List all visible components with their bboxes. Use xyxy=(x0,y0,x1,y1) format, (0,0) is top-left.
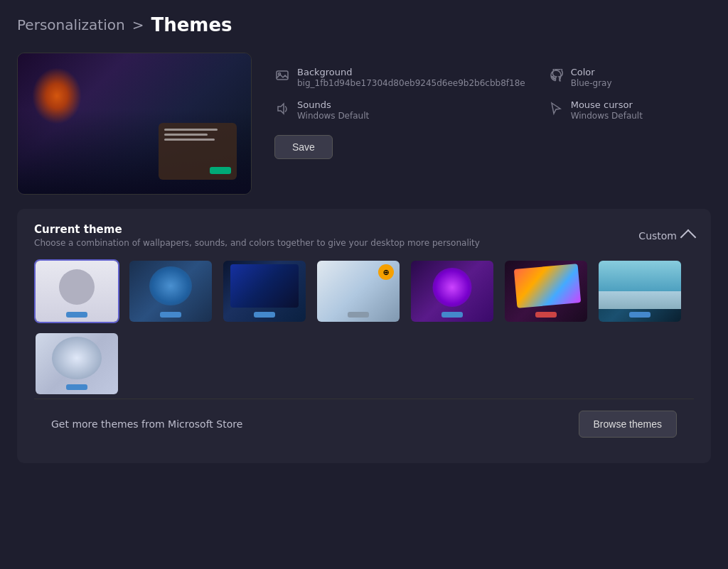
save-button[interactable]: Save xyxy=(274,135,333,159)
breadcrumb-personalization[interactable]: Personalization xyxy=(17,16,125,33)
background-info[interactable]: Background big_1fb1d94be17304d80eb9245d6… xyxy=(274,67,525,88)
info-grid: Background big_1fb1d94be17304d80eb9245d6… xyxy=(274,67,711,121)
color-icon xyxy=(548,68,564,84)
theme-nature-inner: ⊕ xyxy=(317,261,400,322)
mouse-cursor-label: Mouse cursor xyxy=(571,99,643,110)
theme-colorful-decor xyxy=(514,264,581,308)
theme-card-white[interactable] xyxy=(34,259,119,323)
theme-swirl-badge xyxy=(66,384,87,390)
svg-rect-0 xyxy=(277,71,288,80)
breadcrumb-themes: Themes xyxy=(151,14,232,36)
theme-ocean-badge xyxy=(629,312,651,318)
theme-white-decor xyxy=(59,269,95,305)
color-text: Color Blue-gray xyxy=(571,67,612,88)
bottom-bar: Get more themes from Microsoft Store Bro… xyxy=(34,399,694,449)
color-info[interactable]: Color Blue-gray xyxy=(548,67,711,88)
theme-dark-blue-decor xyxy=(230,264,299,308)
theme-ocean-inner xyxy=(599,261,681,322)
theme-blue-flowers-badge xyxy=(160,312,181,318)
background-text: Background big_1fb1d94be17304d80eb9245d6… xyxy=(297,67,525,88)
preview-window xyxy=(159,123,237,180)
preview-line-3 xyxy=(164,139,215,141)
theme-swirl-decor xyxy=(52,337,102,379)
theme-blue-flowers-inner xyxy=(129,261,212,322)
theme-purple-inner xyxy=(411,261,493,322)
breadcrumb: Personalization > Themes xyxy=(17,14,711,36)
background-value: big_1fb1d94be17304d80eb9245d6ee9b2b6cbb8… xyxy=(297,78,525,88)
background-icon xyxy=(274,68,290,84)
current-theme-description: Choose a combination of wallpapers, soun… xyxy=(34,238,480,248)
top-section: Background big_1fb1d94be17304d80eb9245d6… xyxy=(17,53,711,195)
theme-dark-colorful-inner xyxy=(505,261,587,322)
preview-window-button xyxy=(210,167,231,174)
browse-themes-button[interactable]: Browse themes xyxy=(579,411,677,438)
theme-card-blue-flowers[interactable] xyxy=(128,259,213,323)
color-label: Color xyxy=(571,67,612,77)
sounds-value: Windows Default xyxy=(297,111,369,121)
theme-blue-flowers-decor xyxy=(149,266,192,305)
svg-marker-2 xyxy=(278,104,284,114)
theme-card-dark-colorful[interactable] xyxy=(503,259,589,323)
theme-card-ocean[interactable] xyxy=(597,259,682,323)
preview-line-1 xyxy=(164,129,218,131)
current-theme-value[interactable]: Custom xyxy=(638,229,694,243)
theme-card-swirl[interactable] xyxy=(34,332,119,396)
theme-dark-blue-inner xyxy=(223,261,306,322)
theme-preview xyxy=(17,53,252,195)
current-theme-name: Custom xyxy=(638,230,677,242)
theme-nature-badge xyxy=(348,312,369,318)
store-text: Get more themes from Microsoft Store xyxy=(51,418,242,430)
current-theme-text: Current theme Choose a combination of wa… xyxy=(34,223,480,248)
settings-page: Personalization > Themes xyxy=(0,0,728,569)
current-theme-header: Current theme Choose a combination of wa… xyxy=(34,223,694,248)
mouse-cursor-text: Mouse cursor Windows Default xyxy=(571,99,643,121)
mouse-cursor-value: Windows Default xyxy=(571,111,643,121)
theme-dark-colorful-badge xyxy=(535,312,557,318)
theme-card-nature[interactable]: ⊕ xyxy=(316,259,401,323)
mouse-cursor-icon xyxy=(548,101,564,116)
theme-swirl-inner xyxy=(36,333,118,394)
info-section: Background big_1fb1d94be17304d80eb9245d6… xyxy=(274,53,711,195)
preview-background xyxy=(18,53,251,194)
theme-card-purple[interactable] xyxy=(410,259,495,323)
theme-card-dark-blue[interactable] xyxy=(222,259,307,323)
current-theme-section: Current theme Choose a combination of wa… xyxy=(17,209,711,463)
theme-white-inner xyxy=(36,261,118,322)
themes-grid: ⊕ xyxy=(34,259,694,396)
chevron-up-icon xyxy=(680,229,697,245)
sounds-label: Sounds xyxy=(297,99,369,110)
theme-ocean-water xyxy=(599,291,681,309)
sounds-text: Sounds Windows Default xyxy=(297,99,369,121)
theme-purple-decor xyxy=(433,268,472,307)
sounds-icon xyxy=(274,101,290,116)
current-theme-title: Current theme xyxy=(34,223,480,236)
overwatch-icon: ⊕ xyxy=(378,264,394,280)
preview-line-2 xyxy=(164,134,208,136)
mouse-cursor-info[interactable]: Mouse cursor Windows Default xyxy=(548,99,711,121)
breadcrumb-separator: > xyxy=(132,16,144,33)
sounds-info[interactable]: Sounds Windows Default xyxy=(274,99,525,121)
background-label: Background xyxy=(297,67,525,77)
preview-window-lines xyxy=(164,129,231,141)
theme-purple-badge xyxy=(441,312,463,318)
theme-white-badge xyxy=(66,312,87,318)
theme-dark-blue-badge xyxy=(254,312,275,318)
color-value: Blue-gray xyxy=(571,78,612,88)
